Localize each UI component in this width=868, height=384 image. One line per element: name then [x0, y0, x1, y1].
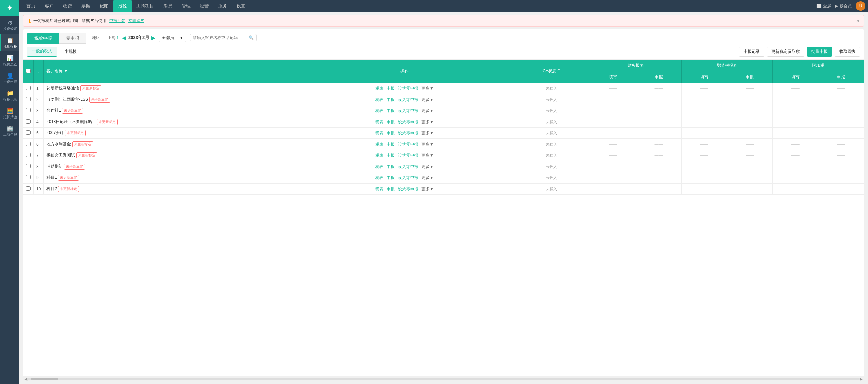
notice-close-button[interactable]: ✕	[856, 19, 860, 23]
action-tax-form[interactable]: 税表	[375, 175, 383, 180]
nav-services[interactable]: 服务	[214, 0, 232, 12]
action-zero-submit[interactable]: 设为零申报	[398, 108, 418, 113]
action-more[interactable]: 更多▼	[421, 120, 434, 124]
nav-biz-projects[interactable]: 工商项目	[132, 0, 159, 12]
nav-clients[interactable]: 客户	[40, 0, 58, 12]
action-more[interactable]: 更多▼	[421, 153, 434, 158]
date-prev-button[interactable]: ◀	[122, 35, 126, 41]
action-zero-submit[interactable]: 设为零申报	[398, 142, 418, 147]
row-checkbox-3[interactable]	[26, 119, 31, 124]
action-tax-form[interactable]: 税表	[375, 86, 383, 91]
nav-home[interactable]: 首页	[22, 0, 40, 12]
sidebar-item-calc-clear[interactable]: 🧮 汇算清缴	[0, 104, 19, 122]
nav-messages[interactable]: 消息	[159, 0, 177, 12]
action-more[interactable]: 更多▼	[421, 97, 434, 102]
scroll-track[interactable]	[27, 378, 860, 380]
row-checkbox-2[interactable]	[26, 108, 31, 112]
btn-cancel-receipt[interactable]: 收取回执	[835, 47, 860, 57]
nav-invoice[interactable]: 票据	[77, 0, 95, 12]
nav-billing[interactable]: 收费	[58, 0, 77, 12]
row-checkbox-8[interactable]	[26, 175, 31, 179]
action-tax-form[interactable]: 税表	[375, 142, 383, 147]
row-checkbox-4[interactable]	[26, 130, 31, 135]
sort-icon[interactable]: ▼	[64, 69, 68, 73]
sidebar-item-personal-tax[interactable]: 👤 个税申报	[0, 69, 19, 87]
main-tab-bar: 税款申报 零申报 地区： 上海 ℹ ◀ 2023年2月 ▶ 全部员工	[23, 29, 864, 44]
row-addon-fill: ——	[773, 184, 818, 195]
sidebar-item-tax-overview[interactable]: 📊 报税总览	[0, 51, 19, 69]
action-zero-submit[interactable]: 设为零申报	[398, 86, 418, 91]
action-zero-submit[interactable]: 设为零申报	[398, 153, 418, 158]
action-zero-submit[interactable]: 设为零申报	[398, 97, 418, 102]
btn-records[interactable]: 申报记录	[739, 47, 764, 57]
action-zero-submit[interactable]: 设为零申报	[398, 131, 418, 135]
dept-select[interactable]: 全部员工 ▼	[159, 34, 186, 42]
action-zero-submit[interactable]: 设为零申报	[398, 164, 418, 169]
action-more[interactable]: 更多▼	[421, 175, 434, 180]
tab-zero-declaration[interactable]: 零申报	[59, 33, 86, 44]
member-button[interactable]: ▶ 畅会员	[835, 3, 852, 9]
avatar[interactable]: U	[856, 1, 865, 11]
action-submit[interactable]: 申报	[387, 108, 395, 113]
select-all-checkbox[interactable]	[26, 69, 31, 73]
action-more[interactable]: 更多▼	[421, 142, 434, 147]
date-next-button[interactable]: ▶	[151, 35, 155, 41]
action-tax-form[interactable]: 税表	[375, 97, 383, 102]
region-info-icon[interactable]: ℹ	[117, 35, 119, 40]
nav-right: ⬜ 全屏 ▶ 畅会员 U	[816, 1, 865, 11]
action-submit[interactable]: 申报	[387, 142, 395, 147]
action-submit[interactable]: 申报	[387, 97, 395, 102]
row-actions: 税表 申报 设为零申报 更多▼	[296, 161, 513, 172]
notice-link-declaration[interactable]: 申报汇签	[109, 18, 125, 24]
nav-management[interactable]: 管理	[177, 0, 195, 12]
sidebar-item-batch-tax[interactable]: 📋 批量报税	[0, 34, 19, 51]
action-submit[interactable]: 申报	[387, 164, 395, 169]
action-tax-form[interactable]: 税表	[375, 120, 383, 124]
btn-batch-submit[interactable]: 批量申报	[807, 47, 832, 57]
nav-settings[interactable]: 设置	[232, 0, 250, 12]
action-more[interactable]: 更多▼	[421, 108, 434, 113]
sidebar-label-batch-tax: 批量报税	[3, 45, 17, 49]
search-input[interactable]	[193, 35, 247, 40]
tab-general-taxpayer[interactable]: 一般的税人	[27, 47, 57, 57]
action-submit[interactable]: 申报	[387, 153, 395, 158]
tab-tax-declaration[interactable]: 税款申报	[27, 33, 59, 44]
action-more[interactable]: 更多▼	[421, 164, 434, 169]
sidebar-item-biz-report[interactable]: 🏢 工商年报	[0, 122, 19, 140]
action-tax-form[interactable]: 税表	[375, 153, 383, 158]
notice-link-buy[interactable]: 立即购买	[128, 18, 144, 24]
action-submit[interactable]: 申报	[387, 187, 395, 191]
btn-update-tax[interactable]: 更新税定及取数	[767, 47, 804, 57]
sidebar-item-tax-records[interactable]: 📁 报税记录	[0, 87, 19, 104]
row-checkbox-5[interactable]	[26, 142, 31, 146]
action-tax-form[interactable]: 税表	[375, 187, 383, 191]
fullscreen-button[interactable]: ⬜ 全屏	[816, 3, 831, 9]
action-submit[interactable]: 申报	[387, 175, 395, 180]
row-checkbox-9[interactable]	[26, 186, 31, 191]
action-submit[interactable]: 申报	[387, 86, 395, 91]
scroll-right-arrow[interactable]: ▶	[860, 377, 863, 381]
action-more[interactable]: 更多▼	[421, 131, 434, 135]
action-submit[interactable]: 申报	[387, 131, 395, 135]
action-more[interactable]: 更多▼	[421, 86, 434, 91]
action-tax-form[interactable]: 税表	[375, 131, 383, 135]
action-zero-submit[interactable]: 设为零申报	[398, 175, 418, 180]
sidebar-item-tax-settings[interactable]: ⚙ 报税设置	[0, 16, 19, 34]
nav-operations[interactable]: 经营	[195, 0, 214, 12]
member-label: 畅会员	[840, 3, 852, 9]
action-tax-form[interactable]: 税表	[375, 108, 383, 113]
scroll-left-arrow[interactable]: ◀	[24, 377, 27, 381]
tab-small-taxpayer[interactable]: 小规模	[60, 47, 81, 56]
action-tax-form[interactable]: 税表	[375, 164, 383, 169]
action-submit[interactable]: 申报	[387, 120, 395, 124]
search-icon[interactable]: 🔍	[249, 35, 254, 40]
action-more[interactable]: 更多▼	[421, 187, 434, 191]
nav-accounting[interactable]: 记账	[95, 0, 113, 12]
row-checkbox-0[interactable]	[26, 86, 31, 90]
row-checkbox-6[interactable]	[26, 153, 31, 157]
action-zero-submit[interactable]: 设为零申报	[398, 187, 418, 191]
row-checkbox-7[interactable]	[26, 164, 31, 168]
action-zero-submit[interactable]: 设为零申报	[398, 120, 418, 124]
nav-tax[interactable]: 报税	[113, 0, 132, 12]
row-checkbox-1[interactable]	[26, 97, 31, 101]
